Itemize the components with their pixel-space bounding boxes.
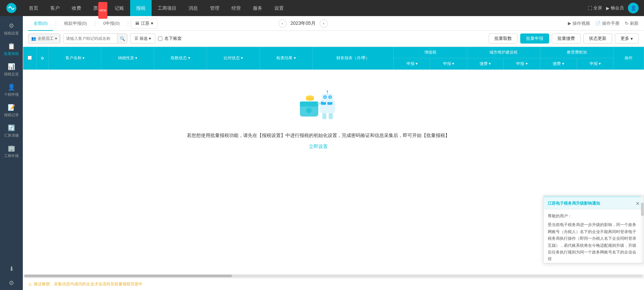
fullscreen-icon: ⛶ bbox=[588, 6, 592, 11]
th-vat: 增值税 bbox=[394, 47, 467, 58]
sidebar-label-personal-tax: 个税申报 bbox=[4, 92, 19, 97]
setup-link[interactable]: 立即设置 bbox=[309, 144, 328, 150]
nav-business[interactable]: 工商项目 bbox=[152, 0, 182, 16]
sidebar-item-personal-tax[interactable]: 👤 个税申报 bbox=[0, 80, 23, 100]
settlement-icon: 🔄 bbox=[8, 124, 15, 132]
app-logo[interactable] bbox=[5, 2, 17, 14]
refresh-link[interactable]: ↻ 刷新 bbox=[625, 20, 639, 26]
th-settings[interactable]: ⚙ bbox=[37, 47, 49, 70]
th-fetch-status: 取数状态 ▾ bbox=[154, 47, 207, 70]
sidebar-label-batch-tax: 批量报税 bbox=[4, 51, 19, 56]
filter-icon-check[interactable]: ▾ bbox=[294, 56, 296, 60]
filter-icon-vat-pay[interactable]: ▾ bbox=[452, 61, 454, 66]
svg-rect-17 bbox=[322, 113, 326, 119]
notification-close-button[interactable]: ✕ bbox=[636, 201, 640, 206]
svg-point-6 bbox=[306, 95, 314, 99]
empty-text: 若您想使用批量报税功能，请先在【报税设置】中进行报税的初始化设置，完成密码验证和… bbox=[187, 131, 450, 140]
svg-rect-19 bbox=[318, 102, 321, 104]
filter-icon-tax-nature[interactable]: ▾ bbox=[135, 56, 137, 60]
new-badge: NEW bbox=[98, 2, 107, 19]
chevron-down-icon: ▾ bbox=[151, 21, 153, 26]
sidebar-item-batch-tax[interactable]: 📋 批量报税 bbox=[0, 39, 23, 60]
tab-tax-declaration[interactable]: 税款申报(0) bbox=[59, 16, 92, 31]
th-edu-pay: 申报 ▾ bbox=[577, 58, 613, 70]
nav-manage[interactable]: 管理 bbox=[204, 0, 225, 16]
more-chevron-icon: ▾ bbox=[631, 36, 633, 41]
batch-tax-icon: 📋 bbox=[8, 43, 15, 50]
svg-rect-18 bbox=[329, 113, 333, 119]
filter-icon-city-pay[interactable]: ▾ bbox=[526, 61, 528, 66]
next-month-button[interactable]: › bbox=[320, 19, 328, 27]
fullscreen-button[interactable]: ⛶ 全屏 bbox=[588, 5, 602, 11]
account-checkbox-label[interactable]: 名下账套 bbox=[158, 35, 182, 42]
horizontal-scrollbar[interactable] bbox=[23, 274, 644, 278]
top-nav-right: ⛶ 全屏 ▶ 畅会员 👤 bbox=[588, 3, 639, 13]
filter-icon-edu-pay[interactable]: ▾ bbox=[599, 61, 601, 66]
th-financial-report: 财务报表（月/季） bbox=[313, 47, 394, 70]
filter-icon-city-declare[interactable]: ▾ bbox=[489, 61, 491, 66]
sidebar-item-tax-record[interactable]: 📝 报税记录 bbox=[0, 100, 23, 121]
nav-tax[interactable]: 报税 bbox=[130, 0, 152, 16]
nav-bookkeeping[interactable]: 记账 bbox=[109, 0, 130, 16]
prev-month-button[interactable]: ‹ bbox=[278, 19, 286, 27]
sidebar-label-tax-overview: 报税总览 bbox=[4, 72, 19, 77]
download-icon: ⬇ bbox=[8, 265, 15, 273]
nav-operation[interactable]: 经营 bbox=[225, 0, 247, 16]
employee-selector[interactable]: 👥 全部员工 ▾ bbox=[28, 33, 60, 44]
robot-illustration bbox=[298, 90, 338, 123]
nav-customer[interactable]: 客户 bbox=[44, 0, 66, 16]
th-edu-declare: 缴费 ▾ bbox=[540, 58, 577, 70]
scrollbar-track bbox=[24, 275, 643, 277]
more-button[interactable]: 更多 ▾ bbox=[615, 33, 639, 44]
status-update-button[interactable]: 状态更新 bbox=[583, 33, 612, 44]
sidebar-item-annual-report[interactable]: 🏢 工商年报 bbox=[0, 141, 23, 162]
search-button[interactable]: 🔍 bbox=[117, 33, 127, 44]
operation-manual-link[interactable]: 📄 操作手册 bbox=[595, 20, 620, 26]
play-icon: ▶ bbox=[606, 6, 609, 11]
tab-all[interactable]: 全部(0) bbox=[28, 16, 53, 31]
personal-tax-icon: 👤 bbox=[8, 83, 15, 91]
nav-invoice[interactable]: 票据 NEW bbox=[87, 0, 109, 16]
th-education-tax: 教育费附加 bbox=[540, 47, 613, 58]
nav-message[interactable]: 消息 bbox=[182, 0, 204, 16]
filter-icon-client[interactable]: ▾ bbox=[83, 56, 85, 60]
sidebar-item-tax-overview[interactable]: 📊 报税总览 bbox=[0, 60, 23, 80]
search-input[interactable] bbox=[63, 34, 117, 43]
sidebar-label-tax-record: 报税记录 bbox=[4, 113, 19, 118]
svg-point-13 bbox=[324, 96, 326, 98]
scrollbar-thumb[interactable] bbox=[24, 275, 232, 277]
current-month: 2023年05月 bbox=[290, 20, 316, 26]
batch-declare-button[interactable]: 批量申报 bbox=[520, 33, 549, 44]
filter-icon-vat-declare[interactable]: ▾ bbox=[416, 61, 418, 66]
notification-scroll-thumb bbox=[641, 203, 644, 216]
main-table: ⚙ 客户名称 ▾ 纳税性质 ▾ 取数状态 ▾ bbox=[23, 47, 644, 170]
top-navigation: 首页 客户 收费 票据 NEW 记账 报税 工商项目 消息 管理 经营 服务 设… bbox=[0, 0, 644, 16]
notification-body: 尊敬的用户： 受当前电子税务局进一步升级的影响，同一个政务网账号（办税人）名下的… bbox=[544, 209, 644, 263]
filter-icon-fetch[interactable]: ▾ bbox=[188, 56, 190, 60]
nav-service[interactable]: 服务 bbox=[247, 0, 268, 16]
batch-fetch-button[interactable]: 批量取数 bbox=[489, 33, 518, 44]
operation-video-link[interactable]: ▶ 操作视频 bbox=[568, 20, 590, 26]
nav-settings[interactable]: 设置 bbox=[268, 0, 290, 16]
filter-button[interactable]: ☰ 筛选 ▾ bbox=[130, 33, 155, 44]
sidebar-item-settlement[interactable]: 🔄 汇算清缴 bbox=[0, 121, 23, 141]
notification-title: 江苏电子税务局升级影响通知 bbox=[548, 201, 600, 206]
notification-scrollbar[interactable] bbox=[641, 196, 644, 263]
th-checkbox[interactable] bbox=[23, 47, 37, 70]
filter-icon-edu-declare[interactable]: ▾ bbox=[562, 61, 564, 66]
member-button[interactable]: ▶ 畅会员 bbox=[606, 5, 624, 11]
nav-home[interactable]: 首页 bbox=[23, 0, 44, 16]
tab-divider-1 bbox=[56, 20, 56, 27]
sidebar-item-settings[interactable]: ⚙ bbox=[0, 276, 23, 290]
svg-point-14 bbox=[329, 96, 331, 98]
region-selector[interactable]: 🏛 江苏 ▾ bbox=[131, 18, 158, 28]
account-checkbox[interactable] bbox=[158, 37, 162, 41]
tab-divider-2 bbox=[95, 20, 95, 27]
batch-pay-button[interactable]: 批量缴费 bbox=[552, 33, 581, 44]
sidebar-item-download[interactable]: ⬇ bbox=[0, 262, 23, 276]
nav-fee[interactable]: 收费 bbox=[66, 0, 87, 16]
user-avatar[interactable]: 👤 bbox=[628, 3, 639, 13]
sidebar-item-tax-settings[interactable]: ⚙ 报税设置 bbox=[0, 19, 23, 39]
select-all-checkbox[interactable] bbox=[28, 56, 32, 60]
filter-icon-compare[interactable]: ▾ bbox=[241, 56, 243, 60]
